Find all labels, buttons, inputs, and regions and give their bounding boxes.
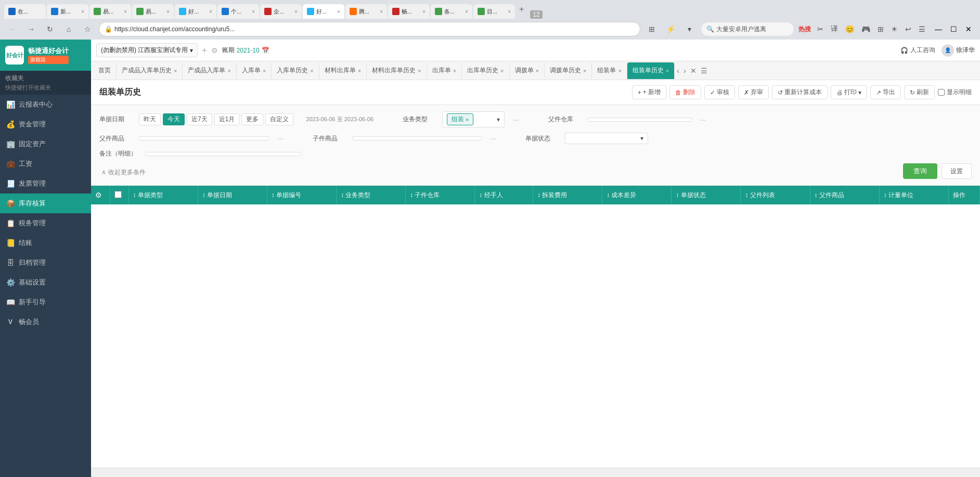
tab-close-5[interactable]: × bbox=[209, 9, 212, 15]
col-order-type[interactable]: ↕ 单据类型 bbox=[128, 186, 198, 204]
tab-close-all[interactable]: ✕ bbox=[688, 67, 699, 75]
sun-icon[interactable]: ☀ bbox=[889, 24, 900, 34]
browser-tab-1[interactable]: 在... bbox=[4, 4, 46, 19]
url-bar[interactable]: 🔒 https://cloud.chanjet.com/accounting/u… bbox=[99, 22, 640, 36]
set-button[interactable]: 设置 bbox=[942, 163, 972, 179]
sidebar-item-yunbiao[interactable]: 📊 云报表中心 bbox=[0, 95, 91, 114]
page-tab-close-1[interactable]: × bbox=[174, 68, 177, 74]
business-type-tag-close[interactable]: × bbox=[466, 117, 469, 123]
sidebar-item-jiezhang[interactable]: 📒 结账 bbox=[0, 233, 91, 253]
scissors-icon[interactable]: ✂ bbox=[815, 24, 826, 34]
print-button[interactable]: 🖨 打印 ▾ bbox=[831, 85, 867, 99]
home-button[interactable]: ⌂ bbox=[61, 22, 76, 36]
child-goods-input[interactable] bbox=[352, 136, 482, 140]
child-goods-more-dots[interactable]: ··· bbox=[491, 134, 497, 143]
page-tab-close-8[interactable]: × bbox=[500, 68, 504, 74]
page-tab-5[interactable]: 材料出库单 × bbox=[319, 62, 367, 79]
col-disassemble-cost[interactable]: ↕ 拆装费用 bbox=[533, 186, 602, 204]
col-unit[interactable]: ↕ 计量单位 bbox=[879, 186, 948, 204]
sidebar-item-huiyuan[interactable]: V 畅会员 bbox=[0, 312, 91, 332]
notes-input[interactable] bbox=[145, 152, 301, 156]
browser-tab-4[interactable]: 易... × bbox=[132, 4, 174, 19]
tab-scroll-left[interactable]: ‹ bbox=[675, 67, 681, 75]
grid-icon[interactable]: ⊞ bbox=[875, 24, 886, 34]
bookmark-button[interactable]: ☆ bbox=[80, 22, 95, 36]
settings-icon[interactable]: ⚙ bbox=[211, 46, 218, 55]
page-tab-12[interactable]: 组装单历史 × bbox=[627, 62, 675, 79]
date-btn-yesterday[interactable]: 昨天 bbox=[139, 113, 161, 125]
col-order-date[interactable]: ↕ 单据日期 bbox=[198, 186, 267, 204]
back-button[interactable]: ← bbox=[5, 22, 20, 36]
page-tab-4[interactable]: 入库单历史 × bbox=[272, 62, 319, 79]
parent-goods-more-dots[interactable]: ··· bbox=[277, 134, 283, 143]
browser-tab-5[interactable]: 好... × bbox=[175, 4, 216, 19]
parent-warehouse-more-dots[interactable]: ··· bbox=[700, 115, 706, 124]
date-btn-today[interactable]: 今天 bbox=[163, 113, 185, 125]
sidebar-item-zijin[interactable]: 💰 资金管理 bbox=[0, 114, 91, 134]
calendar-icon[interactable]: 📅 bbox=[262, 47, 269, 54]
user-info[interactable]: 👤 徐泽华 bbox=[942, 44, 975, 57]
col-cost-diff[interactable]: ↕ 成本差异 bbox=[602, 186, 672, 204]
menu-icon[interactable]: ☰ bbox=[917, 24, 927, 34]
tab-scroll-right[interactable]: › bbox=[681, 67, 688, 75]
browser-tab-8[interactable]: 好... × bbox=[303, 4, 344, 19]
dropdown-button[interactable]: ▾ bbox=[682, 22, 697, 36]
tab-close-10[interactable]: × bbox=[422, 9, 425, 15]
browser-tab-9[interactable]: 腾... × bbox=[345, 4, 387, 19]
browser-tab-3[interactable]: 易... × bbox=[89, 4, 131, 19]
browser-tab-10[interactable]: 畅... × bbox=[388, 4, 430, 19]
undo-icon[interactable]: ↩ bbox=[903, 24, 913, 34]
consultation-button[interactable]: 🎧 人工咨询 bbox=[900, 46, 935, 55]
sidebar-item-gongzi[interactable]: 💼 工资 bbox=[0, 154, 91, 174]
browser-tab-12[interactable]: 目... × bbox=[473, 4, 515, 19]
browser-tab-11[interactable]: 各... × bbox=[431, 4, 472, 19]
parent-goods-input[interactable] bbox=[139, 136, 269, 140]
horizontal-scrollbar[interactable] bbox=[91, 468, 980, 477]
page-tab-close-5[interactable]: × bbox=[358, 68, 361, 74]
reload-button[interactable]: ↻ bbox=[43, 22, 57, 36]
tab-close-11[interactable]: × bbox=[465, 9, 468, 15]
tab-close-7[interactable]: × bbox=[294, 9, 298, 15]
date-btn-custom[interactable]: 自定义 bbox=[265, 113, 293, 125]
tab-more[interactable]: ☰ bbox=[699, 67, 710, 75]
date-btn-7days[interactable]: 近7天 bbox=[187, 113, 212, 125]
browser-tab-2[interactable]: 新... × bbox=[47, 4, 88, 19]
business-type-dropdown[interactable]: 组装 × ▾ bbox=[442, 111, 505, 127]
browser-tab-6[interactable]: 个... × bbox=[217, 4, 259, 19]
col-checkbox[interactable] bbox=[110, 186, 128, 204]
business-type-more-dots[interactable]: ··· bbox=[513, 115, 519, 124]
forward-button[interactable]: → bbox=[24, 22, 38, 36]
sidebar-item-shuiwu[interactable]: 📋 税务管理 bbox=[0, 213, 91, 233]
close-window-button[interactable]: ✕ bbox=[962, 25, 975, 33]
query-button[interactable]: 查询 bbox=[903, 163, 937, 179]
page-tab-10[interactable]: 调拨单历史 × bbox=[545, 62, 592, 79]
page-tab-7[interactable]: 出库单 × bbox=[427, 62, 462, 79]
page-tab-close-4[interactable]: × bbox=[310, 68, 313, 74]
page-tab-6[interactable]: 材料出库单历史 × bbox=[367, 62, 427, 79]
tab-close-6[interactable]: × bbox=[252, 9, 255, 15]
col-order-status[interactable]: ↕ 单据状态 bbox=[672, 186, 741, 204]
delete-button[interactable]: 🗑 删除 bbox=[669, 85, 701, 99]
period-value[interactable]: 2021-10 bbox=[237, 47, 260, 54]
date-btn-more[interactable]: 更多 bbox=[241, 113, 263, 125]
col-order-no[interactable]: ↕ 单据编号 bbox=[267, 186, 336, 204]
show-detail-checkbox[interactable]: 显示明细 bbox=[938, 88, 972, 97]
page-tab-close-6[interactable]: × bbox=[418, 68, 421, 74]
col-handler[interactable]: ↕ 经手人 bbox=[475, 186, 533, 204]
sidebar-item-xinshou[interactable]: 📖 新手引导 bbox=[0, 292, 91, 312]
translate-icon[interactable]: 译 bbox=[829, 23, 840, 35]
page-tab-close-2[interactable]: × bbox=[227, 68, 230, 74]
sidebar-item-kucun[interactable]: 📦 库存核算 bbox=[0, 194, 91, 213]
page-tab-3[interactable]: 入库单 × bbox=[237, 62, 272, 79]
new-button[interactable]: + + 新增 bbox=[632, 85, 666, 99]
parent-warehouse-input[interactable] bbox=[588, 118, 692, 122]
sidebar-item-jichushezhi[interactable]: ⚙️ 基础设置 bbox=[0, 273, 91, 292]
sidebar-favorites[interactable]: 收藏夹 快捷键打开收藏夹 bbox=[0, 71, 91, 95]
page-tab-close-7[interactable]: × bbox=[453, 68, 456, 74]
date-btn-1month[interactable]: 近1月 bbox=[214, 113, 240, 125]
emoji-icon[interactable]: 😊 bbox=[843, 24, 856, 34]
page-tab-9[interactable]: 调拨单 × bbox=[510, 62, 545, 79]
tab-close-4[interactable]: × bbox=[166, 9, 170, 15]
refresh-button[interactable]: ↻ 刷新 bbox=[904, 85, 935, 99]
show-detail-input[interactable] bbox=[938, 89, 945, 96]
